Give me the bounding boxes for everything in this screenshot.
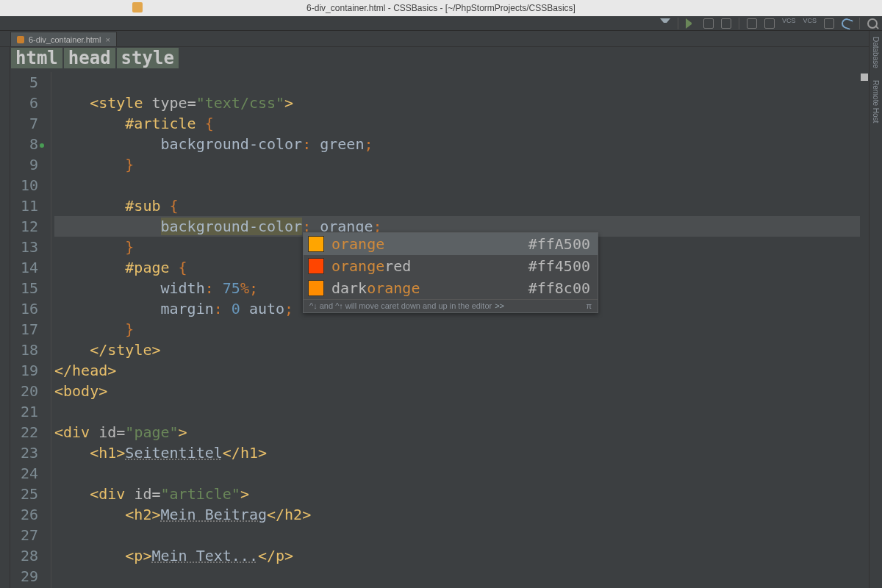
marker-strip[interactable] [860,72,869,588]
run-config-dropdown-icon[interactable] [660,18,670,29]
option-hex: #ff4500 [528,257,590,275]
breadcrumb-item[interactable]: head [63,47,116,69]
code-area[interactable]: <style type="text/css"> #article { backg… [54,72,869,588]
vcs-history-icon[interactable] [824,18,834,29]
option-hex: #ff8c00 [528,279,590,297]
run-icon[interactable] [686,18,696,29]
separator [859,18,860,29]
database-tool-button[interactable]: Database [872,37,880,68]
tab-file[interactable]: 6-div_container.html × [10,32,117,46]
separator [678,18,678,29]
window-titlebar: 6-div_container.html - CSSBasics - [~/Ph… [0,0,882,16]
main-toolbar: VCS VCS [0,16,882,31]
breadcrumb-item[interactable]: style [116,47,179,69]
autocomplete-option[interactable]: orange#ffA500 [304,233,598,255]
hint-link[interactable]: >> [495,301,504,310]
left-tool-strip[interactable] [0,47,10,588]
vcs-label-1: VCS [782,17,796,24]
close-icon[interactable]: × [105,35,110,44]
color-swatch-icon [308,280,324,296]
breadcrumb: html head style [10,47,179,69]
file-type-icon [17,36,24,43]
debug-icon[interactable] [703,18,714,29]
undo-icon[interactable] [840,17,853,30]
vcs-commit-icon[interactable] [764,18,775,29]
autocomplete-option[interactable]: orangered#ff4500 [304,255,598,277]
right-tool-strip: Database Remote Host [869,31,882,588]
vcs-update-icon[interactable] [747,18,757,29]
coverage-icon[interactable] [721,18,731,29]
app-icon [132,2,143,12]
window-title: 6-div_container.html - CSSBasics - [~/Ph… [306,3,576,13]
search-icon[interactable] [867,18,878,29]
tab-label: 6-div_container.html [29,35,101,44]
option-hex: #ffA500 [528,235,590,253]
analysis-status-icon [861,74,868,81]
remote-host-tool-button[interactable]: Remote Host [872,80,880,123]
option-name: orange [331,235,384,253]
option-name: darkorange [331,279,420,297]
color-swatch-icon [308,258,324,274]
editor-tabs: 6-div_container.html × [0,31,882,47]
option-name: orangered [331,257,411,275]
breadcrumb-item[interactable]: html [10,47,63,69]
gutter[interactable]: 5678910111213141516171819202122232425262… [10,72,51,588]
color-swatch-icon [308,236,324,252]
separator [739,18,739,29]
code-editor[interactable]: 5678910111213141516171819202122232425262… [10,72,869,588]
autocomplete-option[interactable]: darkorange#ff8c00 [304,277,598,299]
autocomplete-popup[interactable]: orange#ffA500orangered#ff4500darkorange#… [303,232,598,313]
autocomplete-hint: ^↓ and ^↑ will move caret down and up in… [304,299,598,312]
vcs-label-2: VCS [803,17,817,24]
